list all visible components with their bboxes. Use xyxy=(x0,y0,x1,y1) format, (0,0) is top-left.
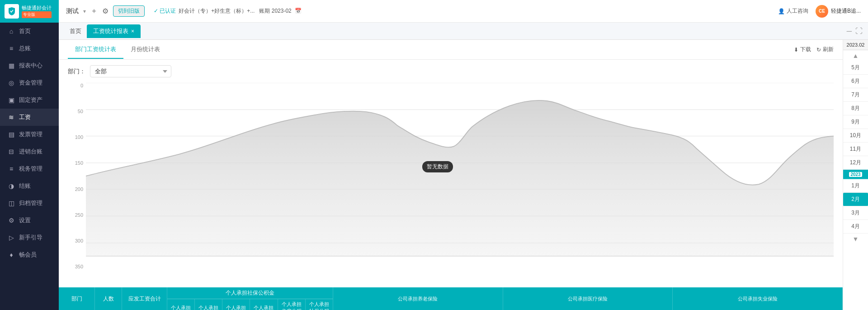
logo-text: 畅捷通好会计 xyxy=(22,5,52,11)
avatar: CE xyxy=(816,5,828,18)
home-icon: ⌂ xyxy=(7,28,15,35)
rp-month-mar[interactable]: 3月 xyxy=(843,206,868,220)
y-label-200: 200 xyxy=(68,186,86,192)
sidebar-item-ledger[interactable]: ≡ 总账 xyxy=(0,40,59,57)
rp-month-5[interactable]: 5月 xyxy=(843,61,868,75)
th-personal-housing-fund: 个人承担住房公积金 xyxy=(278,299,306,310)
rp-month-feb[interactable]: 2月 xyxy=(843,193,868,206)
archive-icon: ◫ xyxy=(7,200,15,207)
service-btn[interactable]: 👤 人工咨询 xyxy=(778,7,808,15)
period-label: 账期 2023-02 📅 xyxy=(259,7,302,15)
sidebar-item-asset[interactable]: ▣ 固定资产 xyxy=(0,91,59,109)
sidebar-item-label: 设置 xyxy=(19,216,31,224)
th-personal-medical: 个人承担医疗保险 xyxy=(195,299,222,310)
sidebar-item-archive[interactable]: ◫ 归档管理 xyxy=(0,195,59,212)
y-label-0: 0 xyxy=(68,83,86,88)
rp-month-11[interactable]: 11月 xyxy=(843,143,868,156)
username-label: 轻捷通B追... xyxy=(831,7,861,15)
sidebar-item-guide[interactable]: ▷ 新手引导 xyxy=(0,229,59,246)
rp-month-apr[interactable]: 4月 xyxy=(843,220,868,234)
th-personal-insurance-group: 个人承担社保公积金 个人承担养老保险 个人承担医疗保险 个人承担失业保险 个人承… xyxy=(167,287,333,310)
user-menu[interactable]: CE 轻捷通B追... xyxy=(816,5,861,18)
logo-badge: 专业版 xyxy=(22,11,52,18)
sidebar-item-member[interactable]: ♦ 畅会员 xyxy=(0,246,59,263)
download-icon: ⬇ xyxy=(794,47,798,53)
y-label-300: 300 xyxy=(68,238,86,243)
rp-month-12[interactable]: 12月 xyxy=(843,156,868,170)
th-dept: 部门 xyxy=(59,287,95,310)
th-company-medical: 公司承担医疗保险 xyxy=(503,287,673,310)
table-header: 部门 人数 应发工资合计 个人承担社保公积金 个人承担养老保险 个人承担医疗保险… xyxy=(59,287,843,310)
sidebar-item-home[interactable]: ⌂ 首页 xyxy=(0,23,59,40)
th-personal-pension: 个人承担养老保险 xyxy=(167,299,195,310)
rp-month-9[interactable]: 9月 xyxy=(843,115,868,129)
sidebar-item-invoice[interactable]: ▤ 发票管理 xyxy=(0,126,59,143)
th-personal-group-cols: 个人承担养老保险 个人承担医疗保险 个人承担失业保险 个人承担大额医疗 个人承担… xyxy=(167,299,333,310)
subscription-tags: 好会计（专）+好生意（标）+... xyxy=(179,7,255,15)
tab-dept-salary[interactable]: 部门工资统计表 xyxy=(68,41,123,59)
sidebar-item-sales[interactable]: ⊟ 进销台账 xyxy=(0,143,59,160)
refresh-icon: ↻ xyxy=(816,47,821,53)
dept-filter-select[interactable]: 全部 xyxy=(90,65,171,77)
tab-monthly-salary[interactable]: 月份统计表 xyxy=(123,41,167,59)
th-company-unemployment: 公司承担失业保险 xyxy=(673,287,843,310)
topbar-title: 测试 xyxy=(66,7,79,15)
sidebar-item-label: 畅会员 xyxy=(19,251,37,259)
chart-container: 350 300 250 200 150 100 50 0 xyxy=(68,83,834,283)
fund-icon: ◎ xyxy=(7,79,15,86)
sidebar-item-report[interactable]: ▦ 报表中心 xyxy=(0,57,59,74)
rp-nav-down[interactable]: ▼ xyxy=(843,234,868,244)
sidebar-item-label: 首页 xyxy=(19,27,31,35)
refresh-btn[interactable]: ↻ 刷新 xyxy=(816,46,834,53)
sidebar-item-fund[interactable]: ◎ 资金管理 xyxy=(0,74,59,91)
tab-salary-report[interactable]: 工资统计报表 × xyxy=(87,24,141,38)
tab-home[interactable]: 首页 xyxy=(64,24,87,38)
rp-month-10[interactable]: 10月 xyxy=(843,129,868,143)
sidebar-item-label: 结账 xyxy=(19,182,31,190)
sidebar-item-settle[interactable]: ◑ 结账 xyxy=(0,177,59,195)
chart-svg xyxy=(86,83,834,269)
sub-tabbar: 部门工资统计表 月份统计表 ⬇ 下载 ↻ 刷新 xyxy=(59,40,843,60)
rp-nav-up[interactable]: ▲ xyxy=(843,50,868,61)
report-icon: ▦ xyxy=(7,62,15,69)
y-label-350: 350 xyxy=(68,264,86,269)
sidebar-item-label: 税务管理 xyxy=(19,165,42,173)
topbar-tags: ✓ 已认证 好会计（专）+好生意（标）+... 账期 2023-02 📅 xyxy=(154,7,302,15)
tab-label: 工资统计报表 xyxy=(93,27,128,35)
certified-tag: ✓ 已认证 xyxy=(154,7,176,15)
member-icon: ♦ xyxy=(7,251,15,258)
sidebar-item-tax[interactable]: ≡ 税务管理 xyxy=(0,160,59,177)
sidebar-item-salary[interactable]: ≋ 工资 xyxy=(0,109,59,126)
app-logo: 畅捷通好会计 专业版 xyxy=(0,0,59,23)
rp-year-2023: 2023 xyxy=(843,170,868,179)
minimize-icon[interactable]: ─ xyxy=(847,27,852,35)
rp-month-7[interactable]: 7月 xyxy=(843,88,868,102)
rp-month-6[interactable]: 6月 xyxy=(843,75,868,88)
calendar-icon[interactable]: 📅 xyxy=(295,8,302,14)
sidebar-item-label: 报表中心 xyxy=(19,62,42,70)
sidebar-item-label: 归档管理 xyxy=(19,199,42,207)
switch-old-btn[interactable]: 切到旧版 xyxy=(113,5,145,17)
th-headcount: 人数 xyxy=(95,287,122,310)
dropdown-arrow-icon[interactable]: ▾ xyxy=(83,8,86,14)
main-area: 测试 ▾ ＋ ⚙ 切到旧版 ✓ 已认证 好会计（专）+好生意（标）+... 账期… xyxy=(59,0,868,310)
chart-area: 350 300 250 200 150 100 50 0 xyxy=(59,83,843,287)
th-total-salary: 应发工资合计 xyxy=(122,287,167,310)
th-personal-unemployment: 个人承担失业保险 xyxy=(222,299,250,310)
service-icon: 👤 xyxy=(778,8,785,14)
rp-month-8[interactable]: 8月 xyxy=(843,102,868,115)
right-panel: 2023.02 ▲ 5月 6月 7月 8月 9月 10月 11月 12月 202… xyxy=(843,40,868,310)
sidebar-item-settings[interactable]: ⚙ 设置 xyxy=(0,212,59,229)
y-label-50: 50 xyxy=(68,109,86,114)
sales-icon: ⊟ xyxy=(7,148,15,155)
settings-icon: ⚙ xyxy=(7,217,15,224)
tab-close-icon[interactable]: × xyxy=(131,28,134,34)
maximize-icon[interactable]: ⛶ xyxy=(855,27,863,35)
download-btn[interactable]: ⬇ 下载 xyxy=(794,46,811,53)
sub-tabs: 部门工资统计表 月份统计表 xyxy=(68,41,167,59)
add-icon[interactable]: ＋ xyxy=(90,6,98,16)
gear-icon[interactable]: ⚙ xyxy=(102,7,108,15)
dept-filter-label: 部门： xyxy=(68,67,85,76)
content-area: 部门工资统计表 月份统计表 ⬇ 下载 ↻ 刷新 部门： xyxy=(59,40,868,310)
rp-month-jan[interactable]: 1月 xyxy=(843,179,868,193)
